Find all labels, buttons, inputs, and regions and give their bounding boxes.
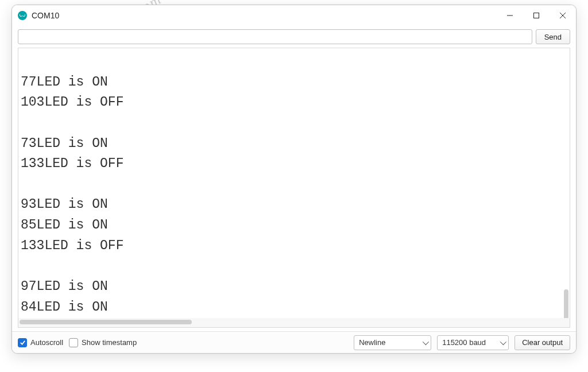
- output-line: 133LED is OFF: [21, 154, 567, 175]
- output-area: 77LED is ON103LED is OFF 73LED is ON133L…: [18, 48, 570, 328]
- output-line: [21, 113, 567, 134]
- line-ending-value: Newline: [359, 338, 385, 347]
- chevron-down-icon: [423, 338, 429, 344]
- output-line: [21, 256, 567, 277]
- serial-monitor-window: COM10 Send 77LED is ON103LED is OFF 73LE: [11, 5, 577, 354]
- send-button[interactable]: Send: [536, 29, 570, 44]
- chevron-down-icon: [500, 338, 506, 344]
- window-title: COM10: [32, 11, 59, 20]
- serial-output[interactable]: 77LED is ON103LED is OFF 73LED is ON133L…: [18, 48, 570, 318]
- output-line: 97LED is ON: [21, 277, 567, 297]
- arduino-icon: [18, 11, 27, 20]
- clear-output-button[interactable]: Clear output: [514, 335, 570, 350]
- close-icon: [559, 12, 566, 19]
- output-line: 133LED is OFF: [21, 236, 567, 257]
- close-button[interactable]: [550, 5, 576, 26]
- titlebar: COM10: [12, 5, 576, 26]
- autoscroll-label: Autoscroll: [30, 338, 63, 347]
- output-line: 85LED is ON: [21, 215, 567, 236]
- window-controls: [497, 5, 576, 26]
- send-row: Send: [12, 26, 576, 48]
- output-line: 73LED is ON: [21, 134, 567, 154]
- horizontal-scrollbar-thumb[interactable]: [20, 320, 192, 324]
- serial-input[interactable]: [18, 29, 532, 44]
- output-line: 103LED is OFF: [21, 92, 567, 113]
- output-line: [21, 175, 567, 195]
- minimize-button[interactable]: [497, 5, 523, 26]
- minimize-icon: [506, 12, 513, 19]
- checkmark-icon: [20, 339, 26, 346]
- line-ending-dropdown[interactable]: Newline: [354, 335, 431, 350]
- autoscroll-checkbox[interactable]: Autoscroll: [18, 338, 63, 347]
- output-line: 77LED is ON: [21, 72, 567, 93]
- checkbox-box: [69, 338, 78, 347]
- output-line: [21, 52, 567, 72]
- bottom-bar: Autoscroll Show timestamp Newline 115200…: [12, 331, 576, 353]
- output-line: 84LED is ON: [21, 297, 567, 318]
- show-timestamp-label: Show timestamp: [82, 338, 137, 347]
- baud-rate-value: 115200 baud: [442, 338, 486, 347]
- maximize-icon: [533, 12, 540, 19]
- svg-rect-1: [534, 13, 539, 18]
- horizontal-scrollbar[interactable]: [18, 318, 570, 327]
- checkbox-box: [18, 338, 27, 347]
- show-timestamp-checkbox[interactable]: Show timestamp: [69, 338, 137, 347]
- baud-rate-dropdown[interactable]: 115200 baud: [437, 335, 509, 350]
- maximize-button[interactable]: [523, 5, 550, 26]
- output-line: 93LED is ON: [21, 195, 567, 215]
